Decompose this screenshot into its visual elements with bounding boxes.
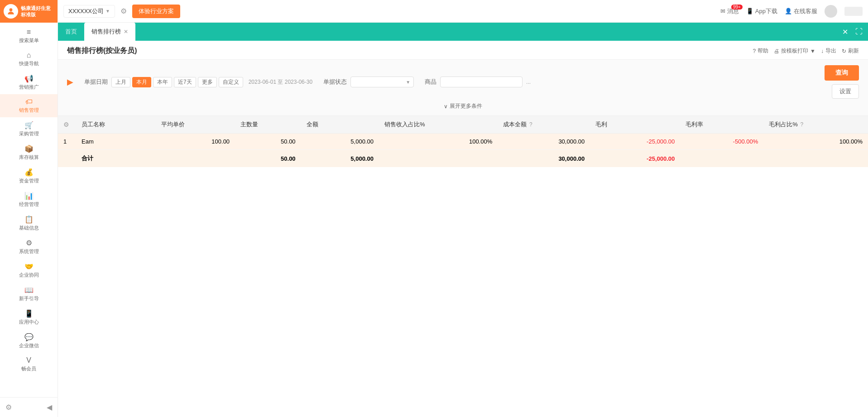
- avatar[interactable]: [825, 5, 837, 18]
- date-range-text: 2023-06-01 至 2023-06-30: [249, 78, 312, 86]
- gross-pct-help-icon[interactable]: ?: [800, 121, 803, 128]
- operations-icon: 📊: [24, 192, 34, 200]
- col-gross-margin: 毛利率: [680, 116, 763, 134]
- date-label: 单据日期: [84, 78, 108, 86]
- footer-main-qty: 50.00: [235, 150, 301, 168]
- sidebar-item-inventory[interactable]: 📦 库存核算: [0, 141, 58, 164]
- trial-button[interactable]: 体验行业方案: [132, 5, 180, 18]
- message-badge: 99+: [731, 5, 743, 10]
- sidebar-item-basic-info[interactable]: 📋 基础信息: [0, 211, 58, 235]
- filter-collapse-icon[interactable]: ▶: [67, 77, 73, 87]
- sidebar-settings-btn[interactable]: ⚙: [4, 401, 14, 413]
- filter-area: ▶ 单据日期 上月 本月 本年 近7天 更多 自定义 2023-06-01 至 …: [58, 60, 868, 116]
- expand-conditions-button[interactable]: ∨ 展开更多条件: [444, 102, 482, 110]
- col-settings: ⚙: [58, 116, 76, 134]
- svg-point-0: [10, 8, 13, 11]
- sidebar-nav: ≡ 搜索菜单 ⌂ 快捷导航 📢 营销推广 🏷 销售管理 🛒 采购管理 📦 库存核…: [0, 23, 58, 397]
- more-btn[interactable]: 更多: [198, 77, 217, 87]
- tab-home-label: 首页: [65, 28, 77, 36]
- sidebar-item-operations[interactable]: 📊 经营管理: [0, 188, 58, 211]
- service-icon: 👤: [785, 8, 792, 14]
- sidebar-item-search-order[interactable]: ≡ 搜索菜单: [0, 24, 58, 48]
- sidebar-item-label: 经营管理: [19, 201, 39, 208]
- sidebar-item-sales[interactable]: 🏷 销售管理: [0, 94, 58, 117]
- custom-btn[interactable]: 自定义: [219, 77, 243, 87]
- company-selector[interactable]: XXXXXX公司 ▼: [63, 5, 115, 18]
- help-button[interactable]: ? 帮助: [753, 47, 768, 55]
- prev-month-btn[interactable]: 上月: [111, 77, 130, 87]
- search-order-icon: ≡: [27, 28, 31, 36]
- table-footer-row: 合计 50.00 5,000.00 30,000.00 -25,000.00: [58, 150, 868, 168]
- status-select[interactable]: [350, 77, 414, 87]
- sidebar-item-marketing[interactable]: 📢 营销推广: [0, 71, 58, 94]
- basic-info-icon: 📋: [24, 215, 34, 224]
- expand-label: 展开更多条件: [450, 102, 482, 110]
- export-button[interactable]: ↓ 导出: [821, 47, 836, 55]
- footer-gross-margin: [680, 150, 763, 168]
- tab-sales-rank-label: 销售排行榜: [91, 28, 121, 36]
- page-actions: ? 帮助 🖨 按模板打印 ▼ ↓ 导出 ↻ 刷新: [753, 47, 859, 55]
- this-month-btn[interactable]: 本月: [132, 77, 151, 87]
- table-row: 1 Eam 100.00 50.00 5,000.00 100.00% 30,0…: [58, 134, 868, 150]
- header: XXXXXX公司 ▼ ⚙ 体验行业方案 ✉ 消息 99+ 📱 App下载 👤 在…: [58, 0, 868, 23]
- tab-home[interactable]: 首页: [58, 23, 84, 41]
- status-select-wrapper: [350, 77, 414, 87]
- service-button[interactable]: 👤 在线客服: [785, 7, 817, 15]
- last-7-days-btn[interactable]: 近7天: [174, 77, 196, 87]
- settings-button[interactable]: 设置: [832, 84, 859, 99]
- col-cost: 成本全额 ?: [498, 116, 590, 134]
- header-right: ✉ 消息 99+ 📱 App下载 👤 在线客服: [720, 5, 863, 18]
- cell-gross-margin: -500.00%: [680, 134, 763, 150]
- sidebar-item-enterprise[interactable]: 🤝 企业协同: [0, 259, 58, 282]
- goods-input-container: ...: [440, 77, 531, 87]
- message-button[interactable]: ✉ 消息 99+: [720, 7, 739, 15]
- sidebar-item-member[interactable]: V 畅会员: [0, 353, 58, 376]
- sidebar-item-wechat[interactable]: 💬 企业微信: [0, 329, 58, 353]
- inventory-icon: 📦: [24, 144, 34, 153]
- tab-close-icon[interactable]: ✕: [124, 29, 128, 35]
- status-label: 单据状态: [323, 78, 347, 86]
- goods-input[interactable]: [440, 77, 523, 87]
- col-gross-pct: 毛利占比% ?: [763, 116, 868, 134]
- finance-icon: 💰: [24, 168, 34, 177]
- sidebar-collapse-btn[interactable]: ◀: [45, 401, 54, 413]
- sidebar-bottom: ⚙ ◀: [0, 397, 58, 417]
- expand-row: ∨ 展开更多条件: [67, 102, 859, 110]
- col-avg-price: 平均单价: [156, 116, 235, 134]
- table-header-row: ⚙ 员工名称 平均单价 主数量 全额 销售收入占比% 成本全额 ? 毛利 毛利率…: [58, 116, 868, 134]
- cell-cost: 30,000.00: [498, 134, 590, 150]
- chevron-down-icon: ▼: [106, 9, 110, 14]
- status-filter: 单据状态: [323, 77, 414, 87]
- app-download-button[interactable]: 📱 App下载: [746, 7, 777, 15]
- query-button[interactable]: 查询: [825, 65, 859, 81]
- refresh-button[interactable]: ↻ 刷新: [842, 47, 859, 55]
- column-settings-icon[interactable]: ⚙: [63, 121, 69, 128]
- header-settings-icon[interactable]: ⚙: [119, 5, 129, 17]
- user-name: [844, 7, 863, 16]
- query-actions: 查询 设置: [825, 65, 859, 99]
- cost-help-icon[interactable]: ?: [529, 121, 532, 128]
- sidebar-item-purchase[interactable]: 🛒 采购管理: [0, 117, 58, 141]
- sidebar-item-label: 系统管理: [19, 248, 39, 255]
- sidebar-item-quick-nav[interactable]: ⌂ 快捷导航: [0, 48, 58, 71]
- footer-label: 合计: [76, 150, 156, 168]
- sidebar-item-label: 新手引导: [19, 295, 39, 302]
- footer-empty: [58, 150, 76, 168]
- sidebar-item-label: 畅会员: [21, 365, 36, 372]
- this-year-btn[interactable]: 本年: [153, 77, 172, 87]
- enterprise-icon: 🤝: [24, 262, 34, 271]
- tab-close-all-icon[interactable]: ✕: [840, 26, 850, 38]
- tab-expand-icon[interactable]: ⛶: [854, 26, 864, 38]
- tab-sales-rank[interactable]: 销售排行榜 ✕: [84, 23, 135, 41]
- system-icon: ⚙: [26, 239, 32, 247]
- sidebar-item-system[interactable]: ⚙ 系统管理: [0, 235, 58, 259]
- template-print-button[interactable]: 🖨 按模板打印 ▼: [774, 47, 815, 55]
- sidebar-item-guide[interactable]: 📖 新手引导: [0, 282, 58, 306]
- sidebar-item-app-center[interactable]: 📱 应用中心: [0, 306, 58, 329]
- data-table: ⚙ 员工名称 平均单价 主数量 全额 销售收入占比% 成本全额 ? 毛利 毛利率…: [58, 116, 868, 167]
- sidebar-item-label: 采购管理: [19, 130, 39, 137]
- footer-gross-pct: [763, 150, 868, 168]
- goods-more-icon[interactable]: ...: [526, 79, 531, 85]
- cell-name: Eam: [76, 134, 156, 150]
- sidebar-item-finance[interactable]: 💰 资金管理: [0, 164, 58, 188]
